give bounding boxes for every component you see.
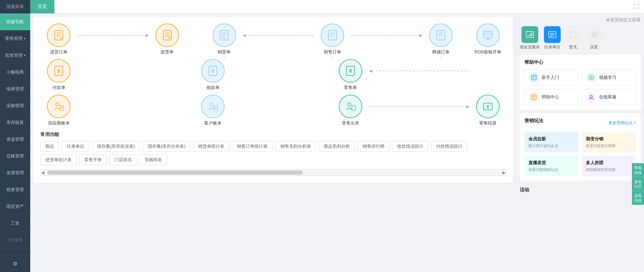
scroll-right-button[interactable]: ▶ xyxy=(502,170,505,175)
flow-node-xiaohuo[interactable]: ≡ 销货单 xyxy=(206,24,243,55)
func-btn-store-rank[interactable]: 门店排名 xyxy=(109,154,137,165)
float-btn-customer-service[interactable]: 客服热线 xyxy=(632,163,644,177)
float-buttons: 客服热线 服务社区 桌面快捷 xyxy=(632,163,644,205)
fullscreen-button[interactable]: ⛶ xyxy=(633,3,641,11)
float-btn-desktop[interactable]: 桌面快捷 xyxy=(632,191,644,205)
svg-text:¥: ¥ xyxy=(212,68,215,74)
func-grid: 商品 往来单位 现存量(库存状况表) 现存量(库存分布表) 销货单统计表 销售订… xyxy=(40,141,506,165)
svg-rect-18 xyxy=(437,31,445,40)
sidebar-item-retail[interactable]: 零售管理 ▾ xyxy=(0,30,30,47)
help-item-beginner[interactable]: 新手入门 xyxy=(524,70,579,86)
svg-point-40 xyxy=(348,103,351,106)
mkt-item-group[interactable]: 多人拼团 拼团购物享受优惠 xyxy=(582,156,636,176)
mkt-item-live[interactable]: 直播卖货 场景式购物新玩法 xyxy=(524,156,579,176)
svg-text:¥: ¥ xyxy=(487,104,489,109)
svg-marker-57 xyxy=(591,77,593,79)
flow-node-xiaoshou-order[interactable]: 销售订单 xyxy=(314,24,351,55)
flow-node-jinhuo-order[interactable]: 进货订单 xyxy=(40,24,77,55)
sidebar-item-tax[interactable]: 税务管理 xyxy=(0,181,30,198)
scroll-thumb[interactable] xyxy=(47,171,303,175)
float-btn-community[interactable]: 服务社区 xyxy=(632,177,644,191)
func-btn-sales-stat[interactable]: 销货单统计表 xyxy=(193,141,229,152)
empty-icon-box xyxy=(565,26,582,43)
svg-rect-23 xyxy=(485,33,491,35)
node-icon-pos xyxy=(476,24,500,47)
help-center-card: 帮助中心 新手入门 视频学习 xyxy=(520,55,641,110)
node-icon-shoukuan: ¥ xyxy=(201,59,225,83)
marketing-header: 营销玩法 更多营销玩法 > xyxy=(524,118,636,128)
func-btn-retail-order[interactable]: 零售开单 xyxy=(79,154,107,165)
sidebar-item-more[interactable]: 行业管理 xyxy=(0,232,30,248)
cashflow-icon-box xyxy=(521,26,538,43)
func-btn-partner[interactable]: 往来单位 xyxy=(62,141,89,152)
quick-icon-empty[interactable]: 暂无 xyxy=(565,26,582,50)
sidebar-item-purchase[interactable]: 采购管理 xyxy=(0,97,30,114)
flow-node-retail-out[interactable]: 零售出库 xyxy=(332,95,369,126)
sidebar-item-invoice[interactable]: 发票管理 xyxy=(0,165,30,181)
func-btn-guide-rank[interactable]: 导购排名 xyxy=(140,154,167,165)
mkt-viral-title: 裂变分销 xyxy=(586,136,632,142)
func-btn-stock-status[interactable]: 现存量(库存状况表) xyxy=(92,141,140,152)
sidebar-item-salary[interactable]: 工资 xyxy=(0,215,30,232)
svg-text:≡: ≡ xyxy=(223,36,225,40)
arrow-icon: ▾ xyxy=(24,53,26,57)
sidebar-item-ecommerce-small[interactable]: 小畅电商 xyxy=(0,64,30,81)
scroll-left-button[interactable]: ◀ xyxy=(41,170,44,175)
func-btn-receipt-stat[interactable]: 收款情况统计 xyxy=(392,141,428,152)
func-btn-purchase-stat[interactable]: 进货单统计表 xyxy=(40,154,77,165)
func-btn-payment-stat[interactable]: 付款情况统计 xyxy=(431,141,467,152)
func-btn-goods-profit[interactable]: 商品毛利分析 xyxy=(319,141,355,152)
func-btn-sales-rank[interactable]: 销售排行榜 xyxy=(358,141,389,152)
func-btn-sales-profit[interactable]: 销售毛利分析表 xyxy=(275,141,316,152)
svg-rect-41 xyxy=(352,106,355,110)
homepage-settings-link[interactable]: 首页自定义设置 xyxy=(610,17,641,23)
flow-node-supplier-account[interactable]: 供应商账本 xyxy=(40,95,77,126)
sidebar-item-fixed-assets[interactable]: 固定资产 xyxy=(0,198,30,215)
help-item-customer-service[interactable]: 在线客服 xyxy=(582,89,636,105)
flow-node-shoukuan[interactable]: ¥ 收款单 xyxy=(194,59,231,91)
quick-icon-partner[interactable]: 往来单位 xyxy=(544,26,561,50)
func-btn-stock-dist[interactable]: 现存量(库存分布表) xyxy=(143,141,191,152)
mkt-group-desc: 拼团购物享受优惠 xyxy=(586,167,632,172)
flow-node-pos[interactable]: POS收银开单 xyxy=(469,24,506,55)
sidebar-item-ledger[interactable]: 总账管理 xyxy=(0,148,30,165)
sidebar-gear-button[interactable]: ⚙ xyxy=(0,255,30,272)
main-layout: 快捷导航 零售管理 ▾ 批发管理 ▾ 小畅电商 电商管理 采购管理 库存核算 资… xyxy=(0,13,644,272)
quick-icon-cashflow[interactable]: 现金流量表 xyxy=(520,26,540,50)
white-card: 进货订单 ▶ 进货单 xyxy=(34,17,513,183)
node-icon-retail-out xyxy=(339,95,362,118)
more-marketing-link[interactable]: 更多营销玩法 > xyxy=(608,120,636,126)
arrow-down-jinhuo: ↓ xyxy=(58,55,60,59)
search-menu-button[interactable]: 搜索菜单 xyxy=(0,0,30,13)
sidebar-item-wholesale[interactable]: 批发管理 ▾ xyxy=(0,47,30,64)
flow-node-mall-order[interactable]: 商城订单 xyxy=(422,24,459,55)
func-btn-sales-order-stat[interactable]: 销售订单统计表 xyxy=(232,141,273,152)
help-center-title: 帮助中心 xyxy=(524,59,636,65)
mkt-item-viral[interactable]: 裂变分销 裂变式发展分销商 xyxy=(582,132,636,152)
quick-icons-row: 现金流量表 往来单位 暂无 xyxy=(520,26,641,50)
mkt-member-title: 会员拉新 xyxy=(528,136,574,142)
flow-label-supplier: 供应商账本 xyxy=(48,120,70,126)
mkt-item-member[interactable]: 会员拉新 吸引用户成为会员 xyxy=(524,132,579,152)
help-item-video[interactable]: 视频学习 xyxy=(582,70,636,86)
quick-icon-settings[interactable]: 设置 xyxy=(586,26,602,50)
help-item-help[interactable]: 帮助中心 xyxy=(524,89,579,105)
sidebar-item-finance[interactable]: 资金管理 xyxy=(0,131,30,148)
marketing-grid: 会员拉新 吸引用户成为会员 裂变分销 裂变式发展分销商 直播卖货 场景式购物新玩… xyxy=(524,132,636,176)
flow-node-fukuan[interactable]: ¥ 付款单 xyxy=(40,59,77,91)
flow-node-retail-settle[interactable]: ¥ 零售结算 xyxy=(469,95,506,126)
partner-label: 往来单位 xyxy=(544,44,560,50)
flow-node-jinhuo[interactable]: 进货单 xyxy=(149,24,186,55)
sidebar-item-quick-nav[interactable]: 快捷导航 xyxy=(0,13,30,30)
flow-node-customer-account[interactable]: 客户账本 xyxy=(194,95,231,126)
func-btn-goods[interactable]: 商品 xyxy=(40,141,59,152)
settings-icon-box xyxy=(586,26,602,43)
sidebar-item-inventory[interactable]: 库存核算 xyxy=(0,114,30,131)
sidebar-bottom: ⚙ xyxy=(0,255,30,272)
flow-label-retail-out: 零售出库 xyxy=(342,120,359,126)
node-icon-jinhuo xyxy=(155,24,179,47)
sidebar-item-ecommerce[interactable]: 电商管理 xyxy=(0,81,30,97)
flow-node-lingshou[interactable]: ¥ 零售单 xyxy=(332,59,369,91)
tab-home[interactable]: 首页 xyxy=(30,0,54,13)
customer-service-icon xyxy=(586,92,596,102)
